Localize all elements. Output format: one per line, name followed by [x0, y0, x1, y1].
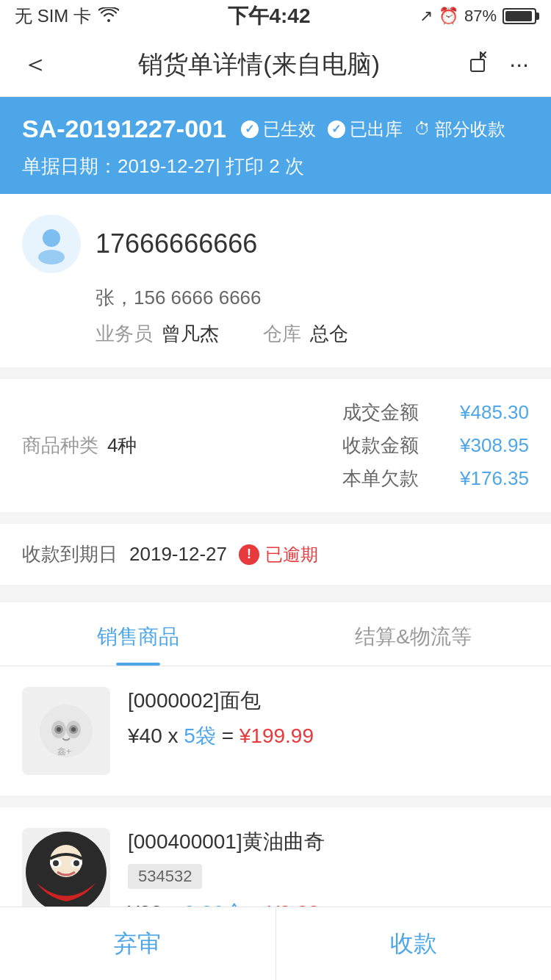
status-bar: 无 SIM 卡 下午4:42 ↗ ⏰ 87% — [0, 0, 551, 32]
summary-right: 成交金额 ¥485.30 收款金额 ¥308.95 本单欠款 ¥176.35 — [342, 400, 529, 491]
status-partial-label: 部分收款 — [435, 118, 505, 141]
svg-text:鑫+: 鑫+ — [57, 746, 71, 757]
price-base-1: ¥40 x — [128, 724, 184, 747]
product-tag-2: 534532 — [128, 864, 202, 889]
order-id: SA-20191227-001 — [22, 115, 226, 143]
battery-percent: 87% — [464, 7, 497, 26]
staff-value: 曾凡杰 — [162, 321, 219, 347]
debt-label: 本单欠款 — [342, 466, 419, 491]
warehouse-value: 总仓 — [310, 321, 348, 347]
staff-label: 业务员 — [96, 321, 153, 347]
status-right: ↗ ⏰ 87% — [419, 7, 536, 26]
overdue-badge: ! 已逾期 — [239, 543, 318, 566]
tabs-section: 销售商品 结算&物流等 — [0, 602, 551, 666]
order-print-info: | 打印 2 次 — [215, 155, 304, 177]
status-shipped: ✓ 已出库 — [328, 118, 403, 141]
svg-point-1 — [43, 229, 60, 247]
tab-settlement-label: 结算&物流等 — [355, 625, 472, 648]
check-icon-2: ✓ — [328, 120, 345, 138]
received-label: 收款金额 — [342, 433, 419, 458]
svg-point-16 — [73, 860, 79, 866]
product-name-1: [0000002]面包 — [128, 687, 529, 715]
battery-icon — [503, 8, 536, 24]
amount-value: ¥485.30 — [433, 401, 529, 424]
svg-rect-0 — [471, 60, 484, 71]
overdue-icon: ! — [239, 544, 259, 565]
bottom-bar: 弃审 收款 — [0, 907, 551, 980]
avatar — [22, 215, 81, 273]
page-title: 销货单详情(来自电脑) — [138, 48, 380, 82]
tab-products[interactable]: 销售商品 — [0, 602, 276, 666]
type-label: 商品种类 — [22, 433, 98, 458]
svg-point-2 — [38, 250, 65, 264]
status-effective: ✓ 已生效 — [241, 118, 316, 141]
summary-section: 商品种类 4种 成交金额 ¥485.30 收款金额 ¥308.95 本单欠款 ¥… — [0, 379, 551, 512]
nav-bar: ＜ 销货单详情(来自电脑) ··· — [0, 32, 551, 97]
order-date-label: 单据日期： — [22, 155, 118, 177]
amount-row: 成交金额 ¥485.30 — [342, 400, 529, 425]
svg-point-9 — [71, 727, 76, 732]
customer-id: 17666666666 — [96, 228, 257, 259]
back-button[interactable]: ＜ — [22, 46, 48, 82]
order-id-row: SA-20191227-001 ✓ 已生效 ✓ 已出库 ⏱ 部分收款 — [22, 115, 529, 143]
order-date-row: 单据日期：2019-12-27| 打印 2 次 — [22, 154, 529, 179]
due-date-value: 2019-12-27 — [129, 543, 227, 566]
debt-row: 本单欠款 ¥176.35 — [342, 466, 529, 491]
customer-section: 17666666666 张，156 6666 6666 业务员 曾凡杰 仓库 总… — [0, 194, 551, 367]
debt-value: ¥176.35 — [433, 467, 529, 490]
type-value: 4种 — [107, 433, 137, 458]
status-shipped-label: 已出库 — [350, 118, 403, 141]
overdue-text: 已逾期 — [265, 543, 318, 566]
total-1: ¥199.99 — [240, 724, 314, 747]
product-thumb-1: 鑫+ — [22, 687, 110, 775]
location-icon: ↗ — [419, 7, 433, 26]
wifi-icon — [98, 6, 119, 26]
share-icon[interactable] — [469, 51, 491, 78]
abandon-review-button[interactable]: 弃审 — [0, 907, 276, 980]
product-item-1: 鑫+ [0000002]面包 ¥40 x 5袋 = ¥199.99 — [0, 666, 551, 796]
order-date-value: 2019-12-27 — [118, 155, 215, 177]
received-value: ¥308.95 — [433, 434, 529, 457]
svg-point-15 — [53, 860, 59, 866]
status-badges: ✓ 已生效 ✓ 已出库 ⏱ 部分收款 — [241, 118, 505, 141]
staff-meta: 业务员 曾凡杰 — [96, 321, 219, 347]
customer-row: 17666666666 — [22, 215, 529, 273]
clock-icon: ⏱ — [414, 120, 431, 139]
status-effective-label: 已生效 — [263, 118, 316, 141]
tab-settlement[interactable]: 结算&物流等 — [276, 602, 551, 666]
warehouse-meta: 仓库 总仓 — [263, 321, 348, 347]
status-left: 无 SIM 卡 — [15, 4, 119, 28]
due-section: 收款到期日 2019-12-27 ! 已逾期 — [0, 524, 551, 585]
customer-info: 张，156 6666 6666 — [22, 285, 529, 311]
customer-meta: 业务员 曾凡杰 仓库 总仓 — [22, 321, 529, 347]
summary-left: 商品种类 4种 — [22, 400, 137, 491]
carrier-label: 无 SIM 卡 — [15, 4, 91, 28]
amount-label: 成交金额 — [342, 400, 419, 425]
product-thumb-2 — [22, 828, 110, 916]
equals-1: = — [216, 724, 240, 747]
tab-products-label: 销售商品 — [97, 625, 179, 648]
alarm-icon: ⏰ — [439, 7, 458, 26]
qty-1: 5袋 — [184, 724, 216, 747]
more-icon[interactable]: ··· — [509, 51, 529, 78]
received-row: 收款金额 ¥308.95 — [342, 433, 529, 458]
svg-point-8 — [57, 727, 61, 732]
divider-1 — [0, 591, 551, 602]
check-icon-1: ✓ — [241, 120, 259, 138]
collect-payment-button[interactable]: 收款 — [276, 907, 552, 980]
battery-fill — [505, 11, 532, 21]
nav-actions: ··· — [469, 51, 529, 78]
product-info-1: [0000002]面包 ¥40 x 5袋 = ¥199.99 — [128, 687, 529, 750]
time-label: 下午4:42 — [228, 2, 310, 30]
order-header: SA-20191227-001 ✓ 已生效 ✓ 已出库 ⏱ 部分收款 单据日期：… — [0, 97, 551, 194]
product-price-1: ¥40 x 5袋 = ¥199.99 — [128, 722, 529, 750]
status-partial: ⏱ 部分收款 — [414, 118, 505, 141]
warehouse-label: 仓库 — [263, 321, 301, 347]
product-list: 鑫+ [0000002]面包 ¥40 x 5袋 = ¥199.99 — [0, 666, 551, 948]
due-label: 收款到期日 — [22, 541, 118, 567]
product-name-2: [000400001]黄油曲奇 — [128, 828, 529, 856]
